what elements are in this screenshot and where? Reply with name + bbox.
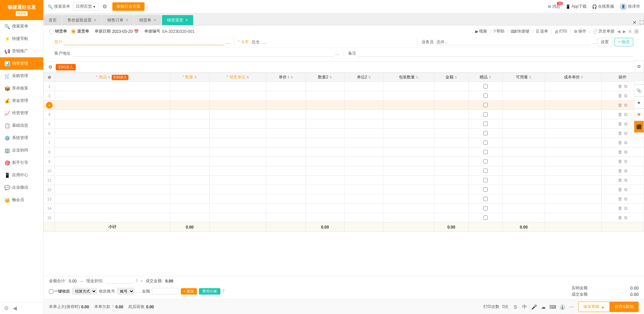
message-btn[interactable]: ✉ 消息 70: [548, 4, 560, 9]
delete-row-icon[interactable]: 🗑: [618, 187, 622, 192]
view-list-icon[interactable]: ≡: [629, 28, 632, 35]
tab-sale-price[interactable]: 售价提取设置 ✕: [62, 15, 102, 25]
copy-row-icon[interactable]: ⧉: [624, 168, 627, 174]
address-dots[interactable]: ...: [335, 50, 339, 56]
right-settings-btn[interactable]: ⚙: [634, 60, 644, 72]
row-amount[interactable]: [434, 82, 469, 91]
salesperson-input[interactable]: [435, 39, 591, 45]
sidebar-item-sales[interactable]: 📊 销售管理: [0, 57, 43, 70]
gift-checkbox[interactable]: [483, 140, 488, 145]
tab-close-icon[interactable]: ✕: [125, 18, 128, 22]
expense-split-btn[interactable]: 费用分摊: [199, 288, 220, 295]
tab-close-icon[interactable]: ✕: [94, 18, 97, 22]
gift-checkbox[interactable]: [483, 84, 488, 88]
account-dots[interactable]: ...: [137, 289, 140, 294]
copy-row-icon[interactable]: ⧉: [624, 187, 627, 192]
sidebar-item-purchase[interactable]: 🛒 采购管理: [0, 70, 43, 82]
search-menu-btn[interactable]: 🔍 搜索菜单: [48, 4, 70, 9]
row-unit2[interactable]: [344, 101, 383, 110]
delete-row-icon[interactable]: 🗑: [618, 121, 622, 127]
delete-row-icon[interactable]: 🗑: [618, 206, 622, 211]
product-input-field[interactable]: [57, 103, 168, 108]
gift-checkbox[interactable]: [483, 159, 488, 164]
copy-row-icon[interactable]: ⧉: [624, 84, 627, 89]
row-pkg[interactable]: [383, 82, 434, 91]
row-cost[interactable]: [545, 82, 601, 91]
gift-checkbox[interactable]: [483, 197, 488, 201]
sidebar-item-finance[interactable]: 💰 资金管理: [0, 95, 43, 107]
copy-row-icon[interactable]: ⧉: [624, 196, 627, 202]
right-attach-btn[interactable]: 📎: [634, 84, 644, 97]
tab-sale-order[interactable]: 销售订单 ✕: [102, 15, 133, 25]
tab-close-icon[interactable]: ✕: [153, 18, 156, 22]
nav-next-icon[interactable]: ▶: [623, 29, 626, 34]
radio-delivery[interactable]: 销货单: [49, 28, 67, 34]
app-download-btn[interactable]: 📱 App下载: [566, 4, 587, 9]
gift-checkbox[interactable]: [483, 187, 488, 192]
tab-sale-delivery[interactable]: 销货单 ✕: [134, 15, 161, 25]
expense-help-icon[interactable]: ?: [222, 289, 225, 294]
topbar-settings-icon[interactable]: ⚙: [102, 3, 107, 10]
sidebar-item-inventory[interactable]: 📦 库存核算: [0, 82, 43, 95]
gift-checkbox[interactable]: [483, 215, 488, 220]
right-scan-active-btn[interactable]: ⬛: [634, 121, 644, 133]
delete-row-icon[interactable]: 🗑: [618, 159, 622, 164]
qty-sort-icon[interactable]: ⇅: [194, 76, 197, 79]
col-settings-icon[interactable]: ⚙: [48, 75, 51, 80]
row-qty2[interactable]: [306, 91, 344, 101]
row-gift[interactable]: [468, 101, 502, 110]
select-order-btn[interactable]: ☰ 选单: [536, 28, 548, 34]
gift-checkbox[interactable]: [483, 122, 488, 126]
online-service-btn[interactable]: 🎧 在线客服: [592, 4, 614, 9]
pkg-sort-icon[interactable]: ⇅: [416, 76, 419, 79]
sidebar-item-wechat[interactable]: 💬 企业微信: [0, 181, 43, 194]
radio-return[interactable]: 退货单: [71, 28, 89, 34]
gift-sort-icon[interactable]: ⇅: [489, 76, 491, 79]
operate-btn[interactable]: ⚙ 操作: [574, 28, 586, 34]
avail-sort-icon[interactable]: ⇅: [529, 76, 532, 79]
mic-icon[interactable]: 🎤: [530, 303, 538, 311]
gift-checkbox[interactable]: [483, 93, 488, 98]
copy-row-icon[interactable]: ⧉: [624, 178, 627, 183]
tab-sale-return[interactable]: 销货退货 ✕: [162, 15, 193, 25]
sidebar-item-marketing[interactable]: 📢 营销推广: [0, 45, 43, 57]
close-tab-icon[interactable]: ✕: [633, 20, 637, 25]
sidebar-settings-icon[interactable]: ⚙: [4, 305, 9, 311]
row-price[interactable]: [266, 91, 306, 101]
qty2-sort-icon[interactable]: ⇅: [329, 76, 332, 79]
customer-input[interactable]: [64, 39, 224, 45]
copy-row-icon[interactable]: ⧉: [624, 149, 627, 155]
copy-row-icon[interactable]: ⧉: [624, 206, 627, 211]
row-qty[interactable]: [170, 91, 210, 101]
row-unit2[interactable]: [344, 91, 383, 101]
video-btn[interactable]: ▶ 视频: [475, 28, 487, 34]
gift-checkbox[interactable]: [483, 103, 488, 107]
help-btn[interactable]: ? 帮助: [493, 28, 504, 34]
delete-row-icon[interactable]: 🗑: [618, 196, 622, 202]
history-btn[interactable]: 📄 历史单据: [593, 28, 614, 34]
tab-close-icon[interactable]: ✕: [185, 18, 188, 22]
one-click-checkbox[interactable]: [49, 289, 53, 294]
settings-form-btn[interactable]: 设置: [597, 38, 612, 46]
row-amount[interactable]: [434, 91, 469, 101]
unit2-sort-icon[interactable]: ⇅: [368, 76, 371, 79]
cloud-icon[interactable]: ☁: [539, 303, 547, 311]
row-qty[interactable]: [170, 82, 210, 91]
row-price[interactable]: [266, 82, 306, 91]
add-payment-btn[interactable]: + 添加: [181, 288, 197, 295]
row-amount[interactable]: [434, 101, 469, 110]
user-menu-btn[interactable]: 👤 徐泽华: [620, 3, 640, 10]
scan-inline-btn[interactable]: 扫码录入: [112, 75, 128, 80]
one-click-payment-checkbox[interactable]: 一键收款: [49, 289, 70, 294]
row-gift[interactable]: [468, 82, 502, 91]
copy-row-icon[interactable]: ⧉: [624, 159, 627, 164]
salesperson-dots[interactable]: ...: [592, 39, 597, 45]
warehouse-dots[interactable]: ...: [262, 39, 267, 45]
copy-row-icon[interactable]: ⧉: [624, 215, 627, 221]
row-pkg[interactable]: [383, 101, 434, 110]
logistics-btn[interactable]: + 物流: [614, 38, 633, 46]
keyboard2-icon[interactable]: ⌨: [549, 303, 557, 311]
product-sort-icon[interactable]: ⇅: [108, 76, 111, 79]
sidebar-collapse-icon[interactable]: ◀: [13, 305, 17, 311]
scan-input-btn[interactable]: 扫码录入: [56, 64, 76, 70]
